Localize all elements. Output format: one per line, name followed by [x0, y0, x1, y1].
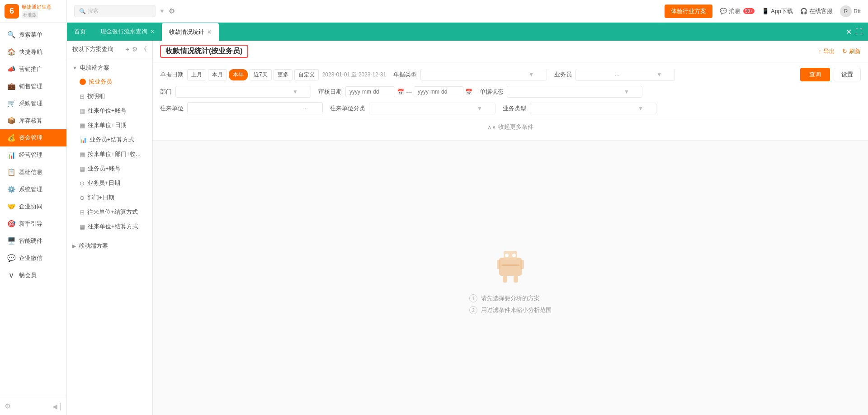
- date-label: 单据日期: [160, 71, 184, 79]
- scheme-item-salesperson-date[interactable]: ⊙ 业务员+日期: [67, 176, 152, 190]
- sidebar-item-basic[interactable]: 📋 基础信息: [0, 164, 66, 181]
- filter-row-3: 往来单位 ··· 往来单位分类 ▼ 业务类型: [160, 102, 861, 114]
- scheme-item-by-customer-dept[interactable]: ▦ 按来单位+部门+收...: [67, 147, 152, 161]
- sidebar-item-quicknav[interactable]: 🏠 快捷导航: [0, 43, 66, 61]
- online-service-btn[interactable]: 🎧 在线客服: [800, 7, 833, 15]
- sidebar-item-purchase[interactable]: 🛒 采购管理: [0, 95, 66, 112]
- logo-icon: 6: [5, 4, 19, 19]
- export-btn[interactable]: ↑ 导出: [819, 47, 835, 56]
- date-btn-last-month[interactable]: 上月: [187, 69, 206, 80]
- doctype-label: 单据类型: [393, 71, 417, 79]
- sidebar-bottom: ⚙ ◀║: [0, 397, 66, 415]
- sidebar-item-guide[interactable]: 🎯 新手引导: [0, 215, 66, 232]
- main-area: 🔍 搜索 ▼ ⚙ 体验行业方案 💬 消息 99+ 📱 App下载 🎧 在线客服: [67, 0, 868, 415]
- user-avatar[interactable]: R Rit: [840, 5, 861, 17]
- by-customer-dept-label: 按来单位+部门+收...: [88, 150, 141, 158]
- sidebar-item-label: 快捷导航: [19, 48, 42, 56]
- sidebar-item-fund[interactable]: 💰 资金管理: [0, 129, 66, 146]
- scheme-group-desktop: ▼ 电脑端方案 按业务员 ⊞ 按明细 ▦ 往来单位+账号 ▦ 往来单位+日: [67, 58, 152, 236]
- scheme-item-customer-settle1[interactable]: ⊞ 往来单位+结算方式: [67, 205, 152, 219]
- scheme-item-salesperson-account[interactable]: ▦ 业务员+账号: [67, 161, 152, 176]
- topbar-left: 🔍 搜索 ▼ ⚙: [74, 5, 175, 17]
- sidebar-item-label: 企业协同: [19, 203, 42, 211]
- customer-select[interactable]: ···: [187, 102, 323, 114]
- scheme-item-customer-account[interactable]: ▦ 往来单位+账号: [67, 104, 152, 118]
- panel-settings-icon[interactable]: ⚙: [132, 46, 138, 53]
- sidebar-item-member[interactable]: V 畅会员: [0, 267, 66, 284]
- doc-status-select[interactable]: ▼: [507, 86, 642, 98]
- panel-collapse-icon[interactable]: 《: [141, 45, 147, 53]
- customer-type-label: 往来单位分类: [330, 104, 365, 113]
- sidebar-item-collab[interactable]: 🤝 企业协同: [0, 198, 66, 215]
- doctype-select[interactable]: ▼: [420, 69, 547, 80]
- topbar-dropdown-icon[interactable]: ▼: [159, 8, 165, 14]
- customer-label: 往来单位: [160, 104, 184, 113]
- date-btn-7days[interactable]: 近7天: [250, 69, 272, 80]
- left-panel-header: 按以下方案查询 + ⚙ 《: [67, 41, 152, 58]
- customer-settle2-label: 往来单位+结算方式: [88, 222, 138, 231]
- review-date-to-input[interactable]: [414, 86, 463, 97]
- message-btn[interactable]: 💬 消息 99+: [720, 7, 755, 15]
- tab-collection[interactable]: 收款情况统计 ✕: [162, 23, 219, 41]
- biz-type-select[interactable]: ▼: [530, 103, 656, 114]
- panel-add-icon[interactable]: +: [126, 46, 129, 53]
- topbar: 🔍 搜索 ▼ ⚙ 体验行业方案 💬 消息 99+ 📱 App下载 🎧 在线客服: [67, 0, 868, 23]
- set-btn[interactable]: 设置: [834, 68, 861, 81]
- scheme-item-salesperson-settle[interactable]: 📊 业务员+结算方式: [67, 132, 152, 147]
- app-download-btn[interactable]: 📱 App下载: [762, 7, 793, 15]
- trial-btn[interactable]: 体验行业方案: [665, 5, 712, 18]
- scheme-item-dept-date[interactable]: ⊙ 部门+日期: [67, 190, 152, 205]
- salesperson-select[interactable]: ··· ▼: [576, 69, 675, 81]
- scheme-item-by-salesperson[interactable]: 按业务员: [67, 75, 152, 89]
- dept-select[interactable]: ▼: [175, 86, 311, 98]
- date-btn-custom[interactable]: 自定义: [294, 69, 319, 80]
- date-btn-this-year[interactable]: 本年: [229, 69, 248, 80]
- sidebar-item-hardware[interactable]: 🖥️ 智能硬件: [0, 232, 66, 250]
- sidebar-item-label: 营销推广: [19, 65, 42, 73]
- sidebar-settings-icon[interactable]: ⚙: [5, 402, 11, 410]
- filter-area: 单据日期 上月 本月 本年 近7天 更多 自定义 2023-01-01 至 20…: [153, 62, 868, 141]
- scheme-item-customer-settle2[interactable]: ▦ 往来单位+结算方式: [67, 219, 152, 234]
- sidebar-item-operation[interactable]: 📊 经营管理: [0, 146, 66, 164]
- left-panel-icons: + ⚙ 《: [126, 45, 147, 53]
- quicknav-icon: 🏠: [7, 48, 15, 56]
- biz-type-label: 业务类型: [503, 104, 526, 113]
- sidebar-item-inventory[interactable]: 📦 库存核算: [0, 112, 66, 129]
- sidebar-item-system[interactable]: ⚙️ 系统管理: [0, 181, 66, 198]
- tab-bank-close-icon[interactable]: ✕: [150, 28, 155, 35]
- scheme-group-mobile-header[interactable]: ▶ 移动端方案: [67, 239, 152, 253]
- sidebar-item-search[interactable]: 🔍 搜索菜单: [0, 26, 66, 43]
- sidebar-collapse-icon[interactable]: ◀║: [52, 403, 62, 410]
- tab-bank[interactable]: 现金银行流水查询 ✕: [93, 23, 162, 41]
- right-panel: 收款情况统计(按业务员) ↑ 导出 ↻ 刷新: [153, 41, 868, 415]
- tab-fullscreen-btn[interactable]: ⛶: [855, 28, 863, 36]
- svg-rect-0: [499, 258, 522, 276]
- message-label: 消息: [729, 7, 741, 15]
- sidebar-item-sales[interactable]: 💼 销售管理: [0, 78, 66, 95]
- customer-type-select[interactable]: ▼: [369, 103, 495, 114]
- topbar-actions: 体验行业方案 💬 消息 99+ 📱 App下载 🎧 在线客服 R Rit: [665, 5, 861, 18]
- topbar-search-box[interactable]: 🔍 搜索: [74, 5, 156, 17]
- tab-home[interactable]: 首页: [67, 23, 93, 41]
- sidebar-item-marketing[interactable]: 📣 营销推广: [0, 61, 66, 78]
- review-date-from-input[interactable]: [345, 86, 395, 97]
- tab-close-all-btn[interactable]: ✕: [846, 28, 852, 36]
- scheme-item-customer-date[interactable]: ▦ 往来单位+日期: [67, 118, 152, 132]
- sidebar-item-wechat[interactable]: 💬 企业微信: [0, 250, 66, 267]
- scheme-group-desktop-header[interactable]: ▼ 电脑端方案: [67, 61, 152, 75]
- collapse-btn[interactable]: ∧∧ 收起更多条件: [487, 123, 533, 131]
- scheme-item-by-detail[interactable]: ⊞ 按明细: [67, 89, 152, 104]
- svg-point-3: [512, 254, 516, 257]
- topbar-settings-icon[interactable]: ⚙: [169, 7, 175, 15]
- query-btn[interactable]: 查询: [800, 68, 830, 81]
- tab-end-btns: ✕ ⛶: [846, 28, 868, 36]
- sidebar-item-label: 新手引导: [19, 220, 42, 228]
- date-btn-this-month[interactable]: 本月: [208, 69, 227, 80]
- filter-action-btns: 查询 设置: [800, 68, 861, 81]
- calendar-to-icon: 📅: [465, 89, 472, 95]
- refresh-btn[interactable]: ↻ 刷新: [842, 47, 861, 56]
- filter-item-salesperson: 业务员 ··· ▼: [554, 69, 675, 81]
- tab-collection-close-icon[interactable]: ✕: [207, 29, 212, 35]
- sidebar-item-label: 系统管理: [19, 185, 42, 193]
- date-btn-more[interactable]: 更多: [274, 69, 292, 80]
